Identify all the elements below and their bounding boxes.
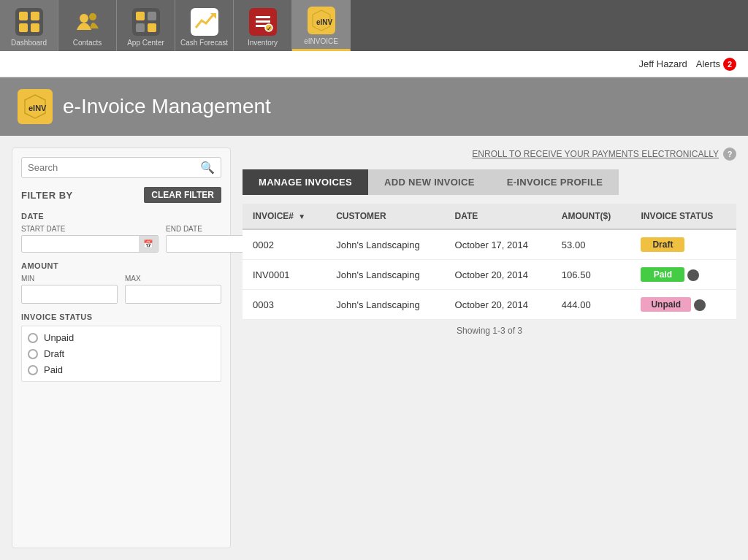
nav-label-appcenter: App Center	[127, 39, 164, 47]
einvoice-icon: eINV	[308, 7, 335, 34]
amount-section-title: AMOUNT	[21, 261, 221, 270]
cell-date: October 17, 2014	[445, 229, 552, 260]
svg-rect-3	[31, 23, 39, 32]
filter-header: FILTER BY CLEAR FILTER	[21, 187, 221, 203]
page-header-icon: eINV	[18, 89, 53, 124]
help-icon[interactable]: ?	[723, 147, 736, 161]
status-label-unpaid: Unpaid	[44, 332, 74, 343]
svg-point-4	[80, 14, 88, 23]
svg-rect-13	[256, 16, 270, 18]
tab-einvoice-profile[interactable]: E-INVOICE PROFILE	[491, 169, 619, 195]
status-option-paid[interactable]: Paid	[28, 364, 215, 375]
start-date-input[interactable]	[22, 236, 139, 252]
start-date-calendar-button[interactable]: 📅	[139, 236, 158, 252]
top-navigation: Dashboard Contacts App Center Cash Forec…	[0, 0, 748, 51]
cell-customer: John's Landscaping	[326, 290, 444, 320]
table-row[interactable]: 0002 John's Landscaping October 17, 2014…	[243, 229, 736, 260]
cell-invoice-num: INV0001	[243, 260, 326, 290]
nav-label-contacts: Contacts	[73, 39, 102, 47]
cell-customer: John's Landscaping	[326, 229, 444, 260]
svg-rect-6	[136, 12, 145, 20]
nav-label-dashboard: Dashboard	[11, 39, 47, 47]
col-header-invoice-num[interactable]: INVOICE# ▼	[243, 204, 326, 229]
amount-row: MIN MAX	[21, 275, 221, 304]
main-content: 🔍 FILTER BY CLEAR FILTER DATE START DATE…	[0, 136, 748, 560]
max-amount-input[interactable]	[125, 285, 221, 304]
status-radio-unpaid[interactable]	[28, 333, 38, 343]
filter-title: FILTER BY	[21, 190, 73, 201]
alerts-label: Alerts	[696, 58, 720, 69]
search-icon: 🔍	[200, 161, 215, 174]
alerts-container[interactable]: Alerts 2	[696, 58, 736, 71]
amount-filter-section: AMOUNT MIN MAX	[21, 261, 221, 304]
cell-customer: John's Landscaping	[326, 260, 444, 290]
inventory-icon: ✓	[249, 8, 277, 36]
invoice-table: INVOICE# ▼ CUSTOMER DATE AMOUNT($) INVOI…	[243, 204, 736, 320]
enroll-link[interactable]: ENROLL TO RECEIVE YOUR PAYMENTS ELECTRON…	[472, 149, 719, 159]
search-input[interactable]	[28, 162, 196, 173]
min-amount-input[interactable]	[21, 285, 118, 304]
nav-label-einvoice: eINVOICE	[304, 37, 338, 45]
cell-status: Unpaid	[630, 290, 736, 320]
status-radio-paid[interactable]	[28, 365, 38, 375]
cashforecast-icon	[191, 8, 218, 36]
min-label: MIN	[21, 275, 118, 283]
sidebar: 🔍 FILTER BY CLEAR FILTER DATE START DATE…	[12, 147, 231, 548]
max-amount-field: MAX	[125, 275, 221, 304]
status-radio-draft[interactable]	[28, 349, 38, 359]
tab-bar: MANAGE INVOICES ADD NEW INVOICE E-INVOIC…	[243, 169, 736, 195]
nav-item-contacts[interactable]: Contacts	[58, 0, 117, 51]
nav-item-inventory[interactable]: ✓ Inventory	[234, 0, 292, 51]
row-action-dot[interactable]	[687, 269, 699, 281]
nav-label-cashforecast: Cash Forecast	[180, 39, 228, 47]
svg-text:eINV: eINV	[316, 18, 333, 26]
nav-item-einvoice[interactable]: eINV eINVOICE	[292, 0, 351, 51]
status-badge: Unpaid	[641, 297, 691, 312]
status-label-paid: Paid	[44, 364, 63, 375]
table-header-row: INVOICE# ▼ CUSTOMER DATE AMOUNT($) INVOI…	[243, 204, 736, 229]
max-label: MAX	[125, 275, 221, 283]
status-badge: Paid	[641, 267, 684, 282]
nav-item-dashboard[interactable]: Dashboard	[0, 0, 58, 51]
row-action-dot[interactable]	[694, 299, 706, 311]
search-box[interactable]: 🔍	[21, 157, 221, 178]
appcenter-icon	[132, 8, 160, 36]
page-title: e-Invoice Management	[63, 95, 271, 118]
nav-item-cashforecast[interactable]: Cash Forecast	[175, 0, 234, 51]
svg-point-5	[89, 13, 96, 20]
status-label-draft: Draft	[44, 348, 64, 359]
cell-invoice-num: 0003	[243, 290, 326, 320]
tab-manage-invoices[interactable]: MANAGE INVOICES	[243, 169, 368, 195]
col-header-date[interactable]: DATE	[445, 204, 552, 229]
cell-amount: 53.00	[552, 229, 631, 260]
status-option-unpaid[interactable]: Unpaid	[28, 332, 215, 343]
user-bar: Jeff Hazard Alerts 2	[0, 51, 748, 77]
col-header-amount[interactable]: AMOUNT($)	[552, 204, 631, 229]
status-option-draft[interactable]: Draft	[28, 348, 215, 359]
table-row[interactable]: INV0001 John's Landscaping October 20, 2…	[243, 260, 736, 290]
user-name: Jeff Hazard	[639, 58, 687, 69]
date-filter-section: DATE START DATE 📅 END DATE 📅	[21, 212, 221, 253]
cell-invoice-num: 0002	[243, 229, 326, 260]
start-date-input-wrap[interactable]: 📅	[21, 235, 159, 253]
alerts-badge: 2	[723, 58, 736, 71]
tab-add-new-invoice[interactable]: ADD NEW INVOICE	[368, 169, 491, 195]
svg-rect-9	[148, 23, 156, 32]
table-row[interactable]: 0003 John's Landscaping October 20, 2014…	[243, 290, 736, 320]
enroll-bar: ENROLL TO RECEIVE YOUR PAYMENTS ELECTRON…	[243, 147, 736, 161]
cell-status: Paid	[630, 260, 736, 290]
contacts-icon	[74, 8, 102, 36]
nav-item-appcenter[interactable]: App Center	[117, 0, 175, 51]
nav-label-inventory: Inventory	[248, 39, 278, 47]
date-section-title: DATE	[21, 212, 221, 220]
status-badge: Draft	[641, 237, 684, 252]
status-filter-section: INVOICE STATUS Unpaid Draft Paid	[21, 312, 221, 382]
start-date-label: START DATE	[21, 225, 159, 233]
start-date-field: START DATE 📅	[21, 225, 159, 253]
cell-amount: 106.50	[552, 260, 631, 290]
invoice-table-container: INVOICE# ▼ CUSTOMER DATE AMOUNT($) INVOI…	[243, 204, 736, 342]
col-header-status[interactable]: INVOICE STATUS	[630, 204, 736, 229]
svg-text:✓: ✓	[267, 26, 272, 32]
clear-filter-button[interactable]: CLEAR FILTER	[144, 187, 221, 203]
col-header-customer[interactable]: CUSTOMER	[326, 204, 444, 229]
